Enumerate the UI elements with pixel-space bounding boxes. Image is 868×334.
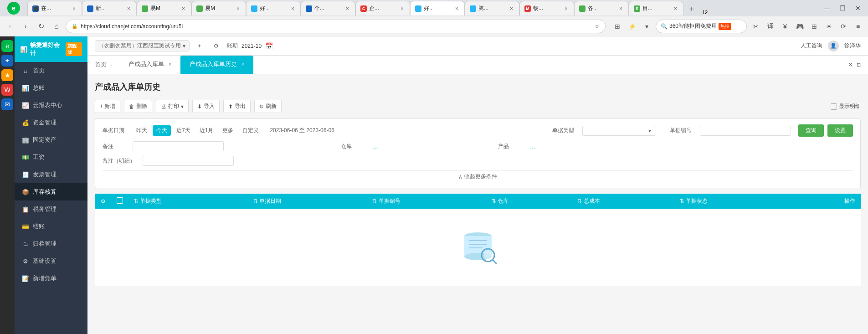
detail-remark-filter-input[interactable] (143, 156, 234, 166)
product-dots[interactable]: ... (528, 142, 538, 150)
col-date[interactable]: ⇅ 单据日期 (248, 194, 367, 209)
panel-close-icon[interactable]: × (848, 60, 853, 70)
sidebar-item-basic-settings[interactable]: ⚙ 基础设置 (15, 252, 87, 270)
tab-history-close-icon[interactable]: × (241, 62, 244, 67)
tab-5-close[interactable]: × (290, 5, 296, 12)
warehouse-dots[interactable]: ... (371, 142, 380, 150)
import-button[interactable]: ⬇ 导入 (192, 100, 220, 113)
tab-4-close[interactable]: × (235, 5, 241, 12)
collapse-filter-button[interactable]: ∧ 收起更多条件 (103, 170, 853, 182)
settings-gear-button[interactable]: ⚙ (209, 41, 223, 51)
account-selector[interactable]: （勿删勿禁用）江西服宝测试专用 ▾ (95, 40, 190, 51)
tab-11[interactable]: 各... × (574, 1, 629, 15)
remark-filter-input[interactable] (133, 141, 224, 151)
col-settings[interactable]: ⚙ (95, 194, 111, 209)
tab-2[interactable]: 新... × (82, 1, 137, 15)
filter-settings-button[interactable]: 设置 (827, 124, 853, 137)
new-tab-button[interactable]: + (685, 3, 698, 15)
game-icon[interactable]: 🎮 (793, 20, 806, 33)
app-icon-weibo[interactable]: W (1, 84, 13, 96)
tab-6-close[interactable]: × (344, 5, 350, 12)
tab-8[interactable]: 好... × (410, 1, 465, 15)
add-button[interactable]: + 新增 (95, 100, 120, 113)
dropdown-icon[interactable]: ▾ (640, 20, 653, 33)
forward-button[interactable]: › (19, 20, 32, 33)
tab-7[interactable]: C 企... × (355, 1, 410, 15)
tab-9[interactable]: 腾... × (465, 1, 519, 15)
yuan-icon[interactable]: ¥ (779, 20, 791, 33)
col-checkbox[interactable] (111, 194, 128, 209)
tab-history-page[interactable]: 产成品入库单历史 × (180, 56, 253, 74)
date-btn-more[interactable]: 更多 (219, 125, 237, 136)
date-btn-7days[interactable]: 近7天 (173, 125, 194, 136)
add-account-button[interactable]: + (193, 41, 205, 51)
delete-button[interactable]: 🗑 删除 (124, 100, 152, 113)
sidebar-item-fixed-asset[interactable]: 🏢 固定资产 (15, 131, 87, 149)
sidebar-item-fund[interactable]: 💰 资金管理 (15, 114, 87, 131)
tab-3-close[interactable]: × (180, 5, 186, 12)
type-filter-select[interactable]: ▾ (582, 126, 655, 136)
sidebar-item-payroll[interactable]: 💵 工资 (15, 149, 87, 166)
url-bar[interactable]: 🔒 https://cloud.chanjet.com/accounting/u… (66, 20, 606, 33)
sync-icon[interactable]: ⟳ (837, 20, 850, 33)
col-number[interactable]: ⇅ 单据编号 (367, 194, 486, 209)
sidebar-item-settlement[interactable]: 💳 结账 (15, 218, 87, 235)
tab-list-page[interactable]: 产成品入库单 × (119, 56, 180, 74)
tab-2-close[interactable]: × (126, 5, 132, 12)
col-warehouse[interactable]: ⇅ 仓库 (486, 194, 572, 209)
tab-10-close[interactable]: × (563, 5, 569, 12)
col-status[interactable]: ⇅ 单据状态 (674, 194, 794, 209)
app-icon-main[interactable]: e (1, 40, 13, 52)
sidebar-item-tax[interactable]: 📋 税务管理 (15, 200, 87, 218)
col-total-cost[interactable]: ⇅ 总成本 (572, 194, 674, 209)
app-icon-2[interactable]: ★ (1, 69, 13, 81)
home-button[interactable]: ⌂ (50, 20, 63, 33)
grid-icon[interactable]: ⊞ (808, 20, 821, 33)
sidebar-item-invoice[interactable]: 🧾 发票管理 (15, 166, 87, 183)
tab-list-close-icon[interactable]: × (169, 62, 171, 67)
date-btn-today[interactable]: 今天 (153, 125, 171, 136)
theme-icon[interactable]: ☀ (822, 20, 835, 33)
date-btn-yesterday[interactable]: 昨天 (133, 125, 151, 136)
tab-6[interactable]: 个... × (301, 1, 355, 15)
sidebar-item-archive[interactable]: 🗂 归档管理 (15, 235, 87, 252)
refresh-button[interactable]: ↻ 刷新 (254, 100, 282, 113)
sidebar-item-general-ledger[interactable]: 📊 总账 (15, 79, 87, 97)
tab-10[interactable]: M 畅... × (519, 1, 574, 15)
search-bar[interactable]: 🔍 360智能抠图免费用 热搜 (656, 20, 747, 33)
tab-11-close[interactable]: × (618, 5, 624, 12)
app-icon-mail[interactable]: ✉ (1, 98, 13, 110)
tab-1[interactable]: ⬛ 在... × (27, 1, 82, 15)
app-icon-1[interactable]: ✦ (1, 55, 13, 67)
extensions-icon[interactable]: ⊞ (611, 20, 624, 33)
tab-12[interactable]: S 目... × (629, 1, 683, 15)
sidebar-item-cloud-report[interactable]: 📈 云报表中心 (15, 97, 87, 114)
breadcrumb-home[interactable]: 首页 (95, 61, 107, 69)
translate-icon[interactable]: 译 (764, 20, 777, 33)
select-all-checkbox[interactable] (117, 197, 123, 204)
lightning-icon[interactable]: ⚡ (626, 20, 638, 33)
tab-1-close[interactable]: × (71, 5, 77, 12)
tab-12-close[interactable]: × (673, 5, 678, 12)
panel-shrink-icon[interactable]: ⊡ (857, 62, 861, 68)
query-button[interactable]: 查询 (798, 124, 824, 137)
close-button[interactable]: ✕ (852, 2, 864, 15)
number-filter-input[interactable] (700, 126, 791, 136)
user-consult-link[interactable]: 人工咨询 (801, 42, 822, 50)
reload-button[interactable]: ↻ (35, 20, 47, 33)
print-button[interactable]: 🖨 打印 ▾ (156, 100, 189, 113)
minimize-button[interactable]: — (821, 2, 833, 15)
sidebar-item-inventory[interactable]: 📦 库存核算 (15, 183, 87, 200)
show-fields-toggle[interactable]: 显示明细 (831, 103, 861, 110)
url-star-icon[interactable]: ☆ (595, 23, 600, 30)
back-button[interactable]: ‹ (4, 20, 16, 33)
calendar-icon[interactable]: 📅 (265, 42, 273, 50)
col-type[interactable]: ⇅ 单据类型 (128, 194, 248, 209)
tab-8-close[interactable]: × (454, 5, 460, 12)
tab-5[interactable]: 好... × (246, 1, 301, 15)
scissors-icon[interactable]: ✂ (750, 20, 762, 33)
tab-3[interactable]: 易M × (137, 1, 191, 15)
date-btn-custom[interactable]: 自定义 (239, 125, 262, 136)
export-button[interactable]: ⬆ 导出 (223, 100, 251, 113)
tab-4[interactable]: 易M × (191, 1, 246, 15)
